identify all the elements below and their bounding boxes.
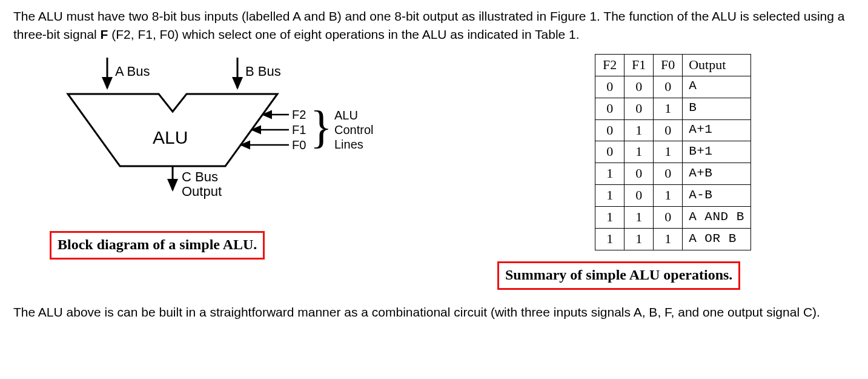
table-row: 111A OR B (595, 229, 751, 250)
f0-label: F0 (292, 138, 306, 152)
table-caption: Summary of simple ALU operations. (497, 261, 740, 290)
alu-body-label: ALU (153, 127, 188, 147)
figure-row: A Bus B Bus ALU F2 F1 F0 } ALU Control L… (13, 54, 855, 290)
table-row: 101A-B (595, 185, 751, 207)
p1-text-b: (F2, F1, F0) which select one of eight o… (108, 27, 579, 41)
f2-label: F2 (292, 108, 306, 121)
table-row: 010A+1 (595, 119, 751, 141)
ctrl-line2: Control (334, 123, 373, 136)
th-f0: F0 (654, 54, 683, 76)
intro-paragraph-2: The ALU above is can be built in a strai… (13, 303, 855, 321)
diagram-caption: Block diagram of a simple ALU. (50, 231, 265, 260)
output-label: Output (182, 184, 222, 199)
th-f2: F2 (595, 54, 624, 76)
brace-icon: } (310, 101, 332, 152)
alu-diagram-block: A Bus B Bus ALU F2 F1 F0 } ALU Control L… (50, 54, 389, 260)
f1-label: F1 (292, 123, 306, 136)
table-row: 001B (595, 98, 751, 119)
p1-bold: F (101, 27, 108, 41)
table-row: 110A AND B (595, 207, 751, 229)
table-row: 000A (595, 76, 751, 98)
operations-table-block: F2 F1 F0 Output 000A 001B 010A+1 011B+1 … (515, 54, 830, 290)
alu-diagram: A Bus B Bus ALU F2 F1 F0 } ALU Control L… (50, 54, 389, 212)
b-bus-label: B Bus (245, 64, 281, 79)
c-bus-label: C Bus (182, 169, 218, 184)
operations-table: F2 F1 F0 Output 000A 001B 010A+1 011B+1 … (595, 54, 751, 250)
th-f1: F1 (624, 54, 654, 76)
table-row: 100A+B (595, 163, 751, 185)
ctrl-line1: ALU (334, 109, 358, 122)
ctrl-line3: Lines (334, 138, 363, 151)
th-output: Output (683, 54, 751, 76)
table-row: 011B+1 (595, 141, 751, 163)
a-bus-label: A Bus (115, 64, 150, 79)
intro-paragraph-1: The ALU must have two 8-bit bus inputs (… (13, 7, 855, 44)
table-header-row: F2 F1 F0 Output (595, 54, 751, 76)
